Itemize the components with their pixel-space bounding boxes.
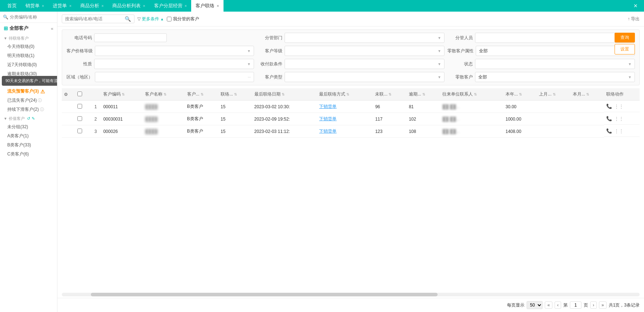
value-group-label: 价值客户 — [9, 116, 25, 121]
search-submit-icon[interactable]: 🔍 — [125, 16, 131, 22]
my-customers-checkbox[interactable] — [167, 17, 172, 21]
close-product-list-tab[interactable]: × — [143, 4, 145, 8]
col-this-year[interactable]: 本年... ⇅ — [503, 88, 537, 101]
horizontal-scrollbar[interactable] — [62, 293, 640, 296]
close-purchase-tab[interactable]: × — [69, 4, 71, 8]
prev-page-btn[interactable]: ‹ — [555, 301, 561, 309]
sidebar-item-churned[interactable]: 已流失客户(24) ⓘ — [0, 96, 57, 105]
col-last-method[interactable]: 最后联络方式 ⇅ — [317, 88, 373, 101]
col-code[interactable]: 客户编码 ⇅ — [101, 88, 143, 101]
more-action-icon[interactable]: ⋮⋮ — [614, 104, 624, 109]
sidebar-item-churn-warning[interactable]: 流失预警客户(3) ⚠ — [0, 87, 57, 96]
first-page-btn[interactable]: « — [545, 301, 552, 309]
row-checkbox-cell[interactable] — [75, 125, 90, 138]
close-customer-contact-tab[interactable]: × — [217, 4, 219, 8]
col-name[interactable]: 客户名称 ⇅ — [143, 88, 185, 101]
nav-purchase[interactable]: 进货单 × — [48, 0, 76, 12]
sidebar-group-pending[interactable]: ▼ 待联络客户 — [0, 34, 57, 42]
customer-level-select[interactable]: ▼ — [285, 46, 444, 56]
call-icon[interactable]: 📞 — [606, 128, 612, 134]
phone-input[interactable] — [94, 33, 167, 42]
col-contacts[interactable]: 往来单位联系人 ⇅ — [440, 88, 503, 101]
sidebar-group-value[interactable]: ▼ 价值客户 ↺ ✎ — [0, 114, 57, 122]
page-input[interactable] — [570, 301, 581, 309]
customer-type-select[interactable]: ▼ — [285, 72, 444, 82]
edit-icon[interactable]: ✎ — [32, 116, 35, 121]
my-customers-checkbox-label[interactable]: 我分管的客户 — [167, 16, 199, 22]
col-type[interactable]: 客户... ⇅ — [185, 88, 219, 101]
row-checkbox[interactable] — [77, 104, 82, 109]
dept-select[interactable]: ▼ — [285, 33, 444, 43]
sidebar-item-week[interactable]: 近7天待联络(0) — [0, 60, 57, 69]
nav-product-analysis[interactable]: 商品分析 × — [76, 0, 108, 12]
sidebar-item-class-a[interactable]: A类客户(1) — [0, 131, 57, 141]
area-select[interactable]: ··· — [95, 72, 254, 82]
nav-sales[interactable]: 销货单 × — [21, 0, 48, 12]
sidebar-item-tomorrow[interactable]: 明天待联络(1) — [0, 51, 57, 60]
nav-home[interactable]: 首页 — [3, 0, 21, 12]
more-filter-btn[interactable]: ▽ 更多条件 ▲ — [137, 16, 164, 22]
settings-button[interactable]: 设置 — [615, 44, 635, 54]
per-page-select[interactable]: 50 — [527, 301, 543, 309]
sidebar-search-icon: 🔍 — [3, 15, 8, 20]
row-checkbox[interactable] — [77, 116, 82, 121]
sidebar-all-customers[interactable]: ⊞ 全部客户 « — [0, 23, 57, 34]
row-last-method[interactable]: 下销货单 — [317, 101, 373, 113]
next-page-btn[interactable]: › — [590, 301, 597, 309]
sidebar-search-input[interactable] — [10, 15, 57, 20]
table-row: 3 000026 ████ B类客户 15 2023-02-03 11:12: … — [62, 125, 640, 138]
area-label: 区域（地区） — [67, 74, 93, 80]
price-level-select[interactable]: ▼ — [95, 46, 254, 56]
col-this-month[interactable]: 本月... ⇅ — [571, 88, 604, 101]
call-icon[interactable]: 📞 — [606, 116, 612, 121]
close-customer-tier-tab[interactable]: × — [185, 4, 187, 8]
select-all-checkbox[interactable] — [77, 92, 82, 96]
more-action-icon[interactable]: ⋮⋮ — [614, 116, 624, 121]
last-page-btn[interactable]: » — [599, 301, 607, 309]
price-level-label: 客户价格等级 — [67, 48, 93, 54]
sidebar-collapse-btn[interactable]: « — [51, 26, 53, 31]
row-no-contact: 123 — [373, 125, 407, 138]
refresh-icon[interactable]: ↺ — [27, 116, 30, 121]
close-sales-tab[interactable]: × — [42, 4, 44, 8]
row-checkbox-cell[interactable] — [75, 113, 90, 125]
status-select[interactable]: ▼ — [475, 59, 635, 69]
nav-product-analysis-list[interactable]: 商品分析列表 × — [108, 0, 149, 12]
sidebar-item-class-c[interactable]: C类客户(6) — [0, 150, 57, 159]
nav-customer-tier[interactable]: 客户分层经营 × — [150, 0, 191, 12]
col-settings[interactable]: ⚙ — [62, 88, 75, 101]
manager-select[interactable]: ··· — [475, 33, 635, 43]
row-action[interactable]: 📞 ⋮⋮ — [604, 113, 640, 125]
row-last-method[interactable]: 下销货单 — [317, 113, 373, 125]
sidebar-item-declining[interactable]: 持续下滑客户(2) ⓘ — [0, 105, 57, 114]
col-last-month[interactable]: 上月... ⇅ — [537, 88, 571, 101]
zero-attr-select[interactable]: 全部 ▼ — [476, 46, 635, 56]
query-button[interactable]: 查询 — [615, 33, 635, 42]
col-overdue[interactable]: 逾期... ⇅ — [407, 88, 440, 101]
more-action-icon[interactable]: ⋮⋮ — [614, 128, 624, 134]
close-product-analysis-tab[interactable]: × — [101, 4, 104, 8]
sidebar-item-ungrouped[interactable]: 未分组(32) — [0, 122, 57, 131]
sidebar-item-today[interactable]: 今天待联络(0) — [0, 42, 57, 51]
col-contact[interactable]: 联络... ⇅ — [218, 88, 252, 101]
close-all-tabs[interactable]: × — [630, 2, 641, 10]
filter-icon: ▽ — [137, 16, 141, 21]
call-icon[interactable]: 📞 — [606, 104, 612, 109]
row-action[interactable]: 📞 ⋮⋮ — [604, 101, 640, 112]
export-btn[interactable]: ↑ 导出 — [628, 16, 640, 22]
col-checkbox[interactable] — [75, 88, 90, 101]
row-action[interactable]: 📞 ⋮⋮ — [604, 125, 640, 137]
nav-customer-contact[interactable]: 客户联络 × — [191, 0, 223, 12]
col-last-date[interactable]: 最后联络日期 ⇅ — [252, 88, 317, 101]
payment-select[interactable]: ▼ — [285, 59, 444, 69]
col-no-contact[interactable]: 未联... ⇅ — [373, 88, 407, 101]
row-checkbox-cell[interactable] — [75, 101, 90, 113]
sidebar-item-class-b[interactable]: B类客户(33) — [0, 141, 57, 150]
zero-customer-select[interactable]: 全部 ▼ — [475, 72, 635, 82]
row-checkbox[interactable] — [77, 129, 82, 133]
gender-select[interactable]: ▼ — [94, 59, 254, 69]
filter-panel: 查询 设置 电话号码 分管部门 ▼ 分管人员 — [62, 29, 640, 85]
row-last-method[interactable]: 下销货单 — [317, 125, 373, 138]
scrollbar-thumb[interactable] — [91, 293, 438, 296]
search-input[interactable] — [65, 16, 123, 21]
